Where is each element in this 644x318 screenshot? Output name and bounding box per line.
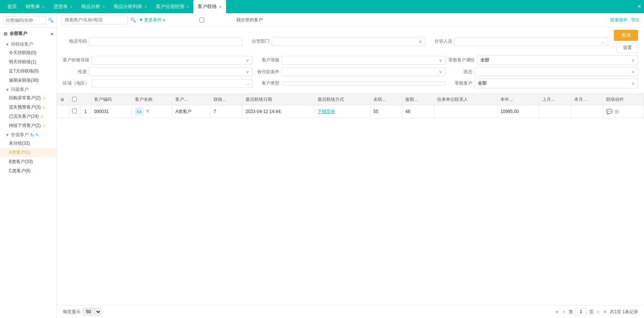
value-customers-section[interactable]: ▼ 价值客户 ↻ ✎ — [0, 130, 57, 139]
region-dots[interactable]: ... — [246, 81, 249, 86]
prev-page-btn[interactable]: ‹ — [562, 308, 566, 315]
sidebar-search-input[interactable] — [3, 16, 47, 24]
th-last-contact-method[interactable]: 最后联络方式 — [315, 94, 371, 105]
export-btn[interactable]: 导出 — [631, 17, 640, 23]
td-last-month — [539, 105, 571, 118]
dept-select[interactable]: ∨ — [272, 37, 425, 46]
search-input[interactable] — [61, 15, 128, 24]
action-btn-group: 查询 设置 — [611, 30, 638, 53]
close-customer-tier-tab[interactable]: × — [187, 4, 189, 9]
close-purchase-tab[interactable]: × — [70, 4, 72, 9]
query-button[interactable]: 查询 — [614, 30, 638, 41]
pending-contact-section[interactable]: ▼ 待联络客户 — [0, 40, 57, 48]
sidebar-item-b-class[interactable]: B类客户(33) — [0, 157, 57, 166]
qrcode-icon[interactable]: ⊞ — [615, 109, 619, 114]
last-method-link[interactable]: 下销货单 — [318, 109, 335, 114]
sidebar-item-overdue[interactable]: 逾期未联络(30) — [0, 76, 57, 85]
my-customers-checkbox[interactable] — [169, 18, 235, 22]
manager-dots[interactable]: ... — [601, 39, 605, 44]
sidebar-item-ungrouped[interactable]: 未分组(32) — [0, 139, 57, 148]
th-uncontacted[interactable]: 未联... — [370, 94, 402, 105]
window-close-btn[interactable]: × — [638, 3, 641, 10]
th-yearly[interactable]: 本年... — [497, 94, 539, 105]
level-arrow: ∨ — [439, 58, 442, 63]
sidebar-item-today[interactable]: 今天待联络(0) — [0, 48, 57, 57]
sidebar-item-churned[interactable]: 已流失客户(24) ⚠ — [0, 112, 57, 121]
sidebar-item-a-class[interactable]: A类客户(1) — [0, 148, 57, 157]
edit-value-icon[interactable]: ✎ — [35, 132, 39, 138]
nav-home[interactable]: 首页 — [3, 0, 21, 13]
td-last-method[interactable]: 下销货单 — [315, 105, 371, 118]
comment-icon[interactable]: 💬 — [606, 109, 612, 114]
retail-attr-select[interactable]: 全部 ∨ — [477, 55, 638, 65]
td-overdue: 48 — [402, 105, 434, 118]
price-level-select[interactable]: ∨ — [92, 56, 253, 65]
problem-customers-section[interactable]: ▼ 问题客户 — [0, 85, 57, 93]
nature-select[interactable]: ∨ — [89, 67, 253, 76]
th-level[interactable]: 客户... — [172, 94, 211, 105]
sidebar-item-churn-warning[interactable]: 流失预警客户(3) ⚠ — [0, 103, 57, 112]
data-table-container: ⚙ 客户编码 客户名称 客户... 联络... 最后联络日期 最后联络方式 未联… — [57, 94, 644, 305]
th-checkbox[interactable] — [69, 94, 80, 105]
th-action: 联络动作 — [603, 94, 644, 105]
phone-input[interactable] — [89, 37, 243, 46]
close-analysis-list-tab[interactable]: × — [144, 4, 147, 9]
nav-customer-contact[interactable]: 客户联络 × — [193, 0, 226, 13]
nav-sales[interactable]: 销售单 × — [21, 0, 49, 13]
sidebar-item-declining[interactable]: 持续下滑客户(2) ⚠ — [0, 121, 57, 130]
nav-purchase[interactable]: 进货单 × — [49, 0, 76, 13]
sidebar-search-icon[interactable]: 🔍 — [48, 18, 54, 23]
th-last-contact-date[interactable]: 最后联络日期 — [243, 94, 315, 105]
region-filter-cell: 区域（地区） ... — [63, 79, 253, 88]
nav-analysis-list[interactable]: 商品分析列表 × — [109, 0, 151, 13]
td-settings — [57, 105, 69, 118]
payment-select[interactable]: ∨ — [282, 67, 445, 76]
th-name[interactable]: 客户名称 — [132, 94, 172, 105]
retail-attr-value: 全部 — [480, 57, 489, 63]
table-footer: 每页显示 50 20 100 « ‹ 第 页 › » 共1页 1条记录 — [57, 305, 644, 318]
th-last-month[interactable]: 上月... — [539, 94, 571, 105]
close-analysis-tab[interactable]: × — [103, 4, 105, 9]
batch-operation-btn[interactable]: 批量操作 — [610, 17, 628, 23]
first-page-btn[interactable]: « — [554, 308, 560, 315]
page-input[interactable] — [575, 308, 587, 315]
customer-level-select[interactable]: ∨ — [282, 56, 445, 65]
search-button[interactable]: 🔍 — [130, 17, 136, 22]
next-page-btn[interactable]: › — [596, 308, 600, 315]
customer-type-select[interactable] — [282, 82, 445, 85]
collapse-sidebar-btn[interactable]: ◀ — [50, 32, 53, 36]
nav-customer-tier[interactable]: 客户分层经营 × — [151, 0, 193, 13]
refresh-value-icon[interactable]: ↻ — [30, 132, 34, 138]
status-select[interactable]: ∨ — [475, 67, 638, 76]
th-overdue[interactable]: 逾期... — [402, 94, 434, 105]
customer-name-text[interactable]: ？ — [145, 109, 150, 115]
payment-arrow: ∨ — [439, 69, 442, 74]
close-customer-contact-tab[interactable]: × — [219, 4, 221, 9]
warn-icon-churned: ⚠ — [40, 114, 43, 119]
nav-analysis[interactable]: 商品分析 × — [77, 0, 109, 13]
sidebar-item-repurchase-abnormal[interactable]: 回购异常客户(2) ⚠ — [0, 93, 57, 103]
last-page-btn[interactable]: » — [602, 308, 608, 315]
th-contact-count[interactable]: 联络... — [211, 94, 243, 105]
row-checkbox[interactable] — [72, 109, 77, 113]
settings-button[interactable]: 设置 — [617, 42, 638, 53]
close-sales-tab[interactable]: × — [42, 4, 44, 9]
all-customers-header[interactable]: ⊞ 全部客户 ◀ — [0, 28, 57, 40]
region-input[interactable]: ... — [92, 79, 253, 88]
select-all-checkbox[interactable] — [72, 97, 77, 102]
manager-select[interactable]: ... — [454, 37, 608, 46]
th-current-month[interactable]: 本月... — [571, 94, 603, 105]
sidebar-item-c-class[interactable]: C类客户(6) — [0, 166, 57, 176]
sidebar-item-7days[interactable]: 近7天待联络(0) — [0, 67, 57, 76]
nature-filter-cell: 性质 ∨ — [63, 67, 253, 76]
customer-level-label: 客户等级 — [255, 57, 279, 63]
more-filters-btn[interactable]: ▼ 更多条件 ∨ — [139, 17, 166, 23]
per-page-select[interactable]: 50 20 100 — [83, 308, 101, 316]
td-checkbox[interactable] — [69, 105, 80, 118]
th-code[interactable]: 客户编码 — [91, 94, 132, 105]
my-customers-checkbox-container[interactable]: 我分管的客户 — [169, 17, 263, 23]
th-company-contact[interactable]: 往来单位联系人 — [434, 94, 497, 105]
retail-customer-select[interactable]: 全部 ∨ — [475, 78, 638, 88]
sidebar-item-tomorrow[interactable]: 明天待联络(1) — [0, 57, 57, 67]
th-settings[interactable]: ⚙ — [57, 94, 69, 105]
